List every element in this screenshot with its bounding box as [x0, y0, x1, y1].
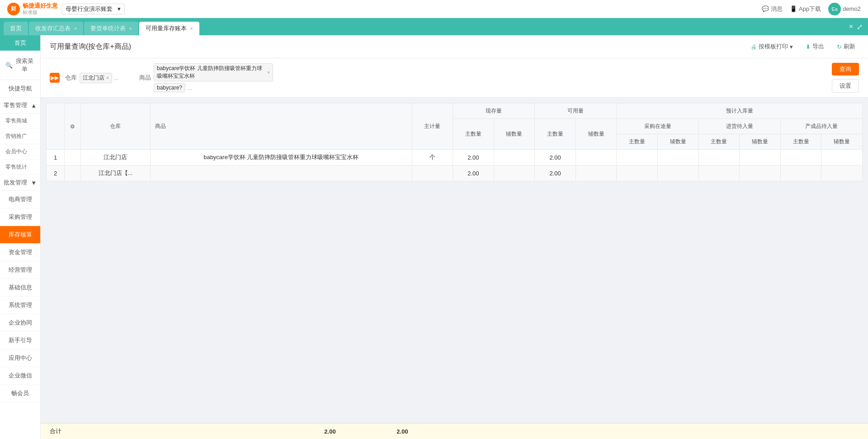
th-current-aux-qty: 辅数量	[494, 119, 535, 150]
th-available: 可用量	[535, 104, 617, 119]
sidebar-item-newbie[interactable]: 新手引导	[0, 332, 40, 349]
user-menu[interactable]: Ea demo2	[828, 3, 861, 15]
tab-bar: 首页 收发存汇总表 × 要货单统计表 × 可用量库存账本 × × ⤢	[0, 18, 868, 35]
sidebar-section-wholesale[interactable]: 批发管理 ▼	[0, 175, 40, 191]
tab-inventory[interactable]: 可用量库存账本 ×	[139, 22, 199, 35]
print-icon: 🖨	[751, 43, 757, 50]
th-available-main-qty: 主数量	[535, 119, 576, 150]
sidebar-item-members[interactable]: 会员中心	[0, 144, 40, 160]
warehouse-tag-0[interactable]: 江北门店 ×	[80, 73, 112, 83]
cell-rownum-1: 2	[47, 165, 65, 181]
sidebar-item-apps[interactable]: 应用中心	[0, 349, 40, 367]
expand-filter-button[interactable]: ▶▶	[50, 73, 60, 83]
message-button[interactable]: 💬 消息	[762, 5, 783, 13]
sidebar-item-ecommerce[interactable]: 电商管理	[0, 191, 40, 208]
chevron-down-icon: ▾	[118, 5, 121, 12]
sidebar-item-system[interactable]: 系统管理	[0, 297, 40, 314]
cell-avail-main-0: 2.00	[535, 150, 576, 165]
sidebar-item-retail-stats[interactable]: 零售统计	[0, 160, 40, 175]
table-footer: 合计 2.00 2.00	[41, 423, 868, 439]
sidebar-search-button[interactable]: 🔍 搜索菜单	[4, 55, 37, 75]
tab-receive[interactable]: 收发存汇总表 ×	[29, 22, 83, 35]
sidebar-item-marketing[interactable]: 营销推广	[0, 129, 40, 144]
avatar: Ea	[828, 3, 841, 15]
cell-current-aux-0	[494, 150, 535, 165]
sidebar-search-area: 🔍 搜索菜单	[0, 51, 40, 80]
sidebar-item-home[interactable]: 首页	[0, 35, 40, 51]
th-purchase-aux: 辅数量	[658, 134, 699, 150]
product-filter-label: 商品	[139, 74, 151, 82]
th-main-unit: 主计量	[412, 104, 453, 150]
cell-avail-aux-1	[576, 165, 617, 181]
sidebar: 首页 🔍 搜索菜单 快捷导航 零售管理 ▲ 零售商城 营销推广 会员中心 零售统…	[0, 35, 41, 439]
tab-close-order[interactable]: ×	[129, 26, 132, 31]
warehouse-tags: 江北门店 × ...	[80, 73, 134, 83]
warehouse-tag-close-0[interactable]: ×	[106, 76, 109, 80]
table-row: 2 江北门店【... 2.00 2.00	[47, 165, 863, 181]
data-table: ⚙ 仓库 商品 主计量 现存量 可用量 预计入库量 主数量 辅数量 主数量 辅数…	[46, 103, 863, 181]
sidebar-item-retail-mall[interactable]: 零售商城	[0, 113, 40, 129]
print-button[interactable]: 🖨 按模板打印 ▾	[747, 41, 797, 52]
warehouse-filter: 仓库 江北门店 × ...	[65, 73, 134, 83]
cell-rownum-0: 1	[47, 150, 65, 165]
sidebar-item-enterprise[interactable]: 企业协同	[0, 314, 40, 332]
table-row: 1 江北门店 babycare学饮杯 儿童防摔防撞吸管杯重力球吸嘴杯宝宝水杯 个…	[47, 150, 863, 165]
tab-home[interactable]: 首页	[4, 22, 28, 35]
th-settings[interactable]: ⚙	[65, 104, 81, 150]
th-current-main-qty: 主数量	[453, 119, 494, 150]
export-button[interactable]: ⬇ 导出	[802, 41, 828, 52]
product-filter: 商品 babycare学饮杯 儿童防摔防撞吸管杯重力球吸嘴杯宝宝水杯 × bab…	[139, 63, 289, 92]
cell-production-aux-0	[821, 150, 863, 165]
sidebar-section-retail[interactable]: 零售管理 ▲	[0, 98, 40, 113]
sidebar-item-operations[interactable]: 经营管理	[0, 261, 40, 279]
chevron-down-icon-print: ▾	[790, 43, 793, 50]
cell-warehouse-0: 江北门店	[81, 150, 151, 165]
cell-production-main-1	[780, 165, 821, 181]
cell-settings-1[interactable]	[65, 165, 81, 181]
sidebar-item-basic-info[interactable]: 基础信息	[0, 279, 40, 297]
product-tag-1[interactable]: babycare?	[154, 83, 185, 92]
cell-avail-aux-0	[576, 150, 617, 165]
close-all-tabs-button[interactable]: ×	[849, 23, 853, 31]
sidebar-item-quick-nav[interactable]: 快捷导航	[0, 80, 40, 98]
cell-incoming-main-1	[698, 165, 740, 181]
th-product: 商品	[150, 104, 412, 150]
app-icon: 📱	[790, 5, 797, 12]
logo-text: 畅捷通好生意 标准版	[23, 2, 58, 15]
cell-production-main-0	[780, 150, 821, 165]
app-download-button[interactable]: 📱 App下载	[790, 5, 821, 13]
cell-avail-main-1: 2.00	[535, 165, 576, 181]
cell-purchase-aux-1	[658, 165, 699, 181]
sidebar-item-member[interactable]: 畅会员	[0, 385, 40, 402]
warehouse-more[interactable]: ...	[114, 75, 119, 81]
industry-select[interactable]: 母婴行业演示账套 ▾	[61, 4, 125, 14]
product-more[interactable]: ...	[187, 85, 192, 91]
product-tag-close-0[interactable]: ×	[267, 70, 270, 75]
logo-icon: 财	[7, 3, 20, 15]
setting-button[interactable]: 设置	[832, 79, 859, 93]
tab-close-receive[interactable]: ×	[74, 26, 77, 31]
refresh-button[interactable]: ↻ 刷新	[833, 41, 859, 52]
chevron-icon-retail: ▲	[31, 102, 37, 109]
th-incoming-main: 主数量	[698, 134, 740, 150]
sidebar-item-finance[interactable]: 资金管理	[0, 244, 40, 261]
main-layout: 首页 🔍 搜索菜单 快捷导航 零售管理 ▲ 零售商城 营销推广 会员中心 零售统…	[0, 35, 868, 439]
query-button[interactable]: 查询	[832, 63, 859, 76]
page-title: 可用量查询(按仓库+商品)	[50, 42, 131, 52]
th-estimated-in: 预计入库量	[617, 104, 863, 119]
th-incoming-group: 进货待入量	[698, 119, 780, 134]
chevron-icon-wholesale: ▼	[31, 179, 37, 186]
tab-order[interactable]: 要货单统计表 ×	[84, 22, 138, 35]
th-rownum	[47, 104, 65, 150]
warehouse-filter-label: 仓库	[65, 74, 77, 82]
cell-settings-0[interactable]	[65, 150, 81, 165]
tab-close-inventory[interactable]: ×	[190, 26, 193, 31]
product-tag-0[interactable]: babycare学饮杯 儿童防摔防撞吸管杯重力球吸嘴杯宝宝水杯 ×	[154, 63, 273, 81]
cell-current-aux-1	[494, 165, 535, 181]
sidebar-item-wechat[interactable]: 企业微信	[0, 367, 40, 385]
sidebar-item-purchase[interactable]: 采购管理	[0, 208, 40, 226]
expand-button[interactable]: ⤢	[857, 23, 863, 31]
th-incoming-aux: 辅数量	[740, 134, 781, 150]
search-icon: 🔍	[5, 62, 13, 69]
sidebar-item-inventory[interactable]: 库存核算	[0, 226, 40, 244]
